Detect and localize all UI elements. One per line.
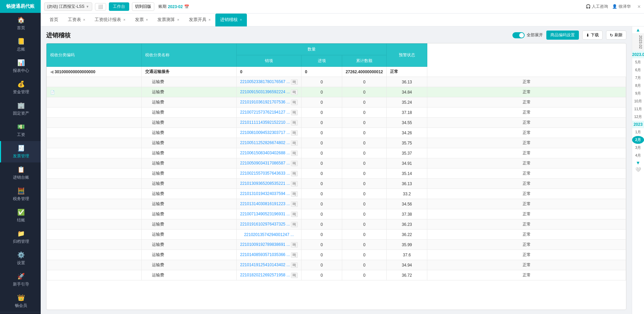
row-invoice[interactable]: 22100215570357643633 ... 吨 — [237, 169, 301, 179]
sidebar-item-guide[interactable]: 🚀新手引导 — [0, 269, 41, 291]
calendar-month-11月[interactable]: 11月 — [632, 105, 644, 113]
sidebar-item-settings[interactable]: ⚙️设置 — [0, 248, 41, 269]
row-cumulative: 37.18 — [387, 107, 427, 118]
tab-发票测算[interactable]: 发票测算× — [153, 14, 184, 26]
row-invoice[interactable]: 22100915031396592224 ... 吨 — [237, 87, 301, 97]
goods-setting-button[interactable]: 商品编码设置 — [546, 31, 579, 40]
row-status: 正常 — [427, 189, 626, 199]
workbench-button[interactable]: 工作台 — [109, 2, 129, 11]
year-2022-label: 2023.02 — [632, 33, 644, 51]
row-sale: 0 — [301, 158, 342, 169]
calendar-nav-down[interactable]: ▼ — [633, 159, 643, 166]
row-code — [47, 250, 142, 260]
row-invoice[interactable]: 22100713490523196931 ... 吨 — [237, 209, 301, 219]
sidebar-item-member[interactable]: 👑畅会员 — [0, 291, 41, 312]
sidebar-item-ledger[interactable]: 📒总账 — [0, 34, 41, 56]
row-name: 运输费 — [142, 219, 237, 230]
calendar-month-2月[interactable]: 2月 — [632, 136, 644, 144]
row-name: 运输费 — [142, 270, 237, 280]
row-purchase: 0 — [342, 260, 387, 270]
row-invoice[interactable]: 22100523381780176567 ... 吨 — [237, 77, 301, 87]
row-invoice[interactable]: 22101916102976437325 ... 吨 — [237, 219, 301, 230]
user-label[interactable]: 👤 徐泽华 — [612, 4, 630, 9]
sidebar-item-salary[interactable]: 💵工资 — [0, 120, 41, 141]
unpin-button[interactable]: ◀ 取消固定 — [0, 312, 41, 314]
refresh-button[interactable]: ↻ 刷新 — [606, 31, 626, 40]
row-invoice[interactable]: 22101820212692571958 ... 吨 — [237, 270, 301, 280]
tab-发票[interactable]: 发票× — [130, 14, 153, 26]
sidebar-item-report[interactable]: 📊报表中心 — [0, 56, 41, 77]
toggle-all-switch[interactable] — [512, 32, 525, 38]
switch-version-button[interactable]: 切到旧版 — [132, 2, 154, 11]
row-purchase: 0 — [342, 270, 387, 280]
tab-工资统计报表[interactable]: 工资统计报表× — [90, 14, 130, 26]
tab-close-icon[interactable]: × — [83, 18, 85, 22]
sidebar-item-invoice[interactable]: 🧾发票管理 — [0, 141, 41, 162]
calendar-month-3月[interactable]: 3月 — [632, 144, 644, 152]
row-invoice[interactable]: 22101408593571035366 ... 吨 — [237, 250, 301, 260]
row-invoice[interactable]: 22101309365208535221 ... 吨 — [237, 179, 301, 189]
star-icon[interactable]: 🤍 — [633, 166, 643, 173]
calendar-month-10月[interactable]: 10月 — [632, 97, 644, 105]
row-invoice[interactable]: 22100511252826674802 ... 吨 — [237, 138, 301, 148]
copy-button[interactable]: ⬜ — [95, 3, 106, 11]
row-invoice[interactable]: 22100615083403402688 ... 吨 — [237, 148, 301, 158]
calendar-month-6月[interactable]: 6月 — [632, 66, 644, 74]
close-icon[interactable]: × — [638, 4, 641, 10]
calendar-month-8月[interactable]: 8月 — [632, 82, 644, 90]
row-cumulative: 36.23 — [387, 219, 427, 230]
calendar-month-4月[interactable]: 4月 — [632, 152, 644, 159]
tab-发票开具[interactable]: 发票开具× — [184, 14, 215, 26]
sidebar-item-home[interactable]: 🏠首页 — [0, 13, 41, 34]
sidebar-item-tax[interactable]: 🧮税务管理 — [0, 184, 41, 205]
tab-close-icon[interactable]: × — [146, 18, 148, 22]
table-row: 📄 运输费 22100915031396592224 ... 吨 0 0 34.… — [47, 87, 626, 97]
sidebar-item-sales-ledger[interactable]: 📋进销台账 — [0, 162, 41, 184]
app-logo: 畅捷通易代账 — [0, 0, 41, 13]
row-invoice[interactable]: 22101310194324037594 ... 吨 — [237, 189, 301, 199]
calendar-nav-up[interactable]: ▲ — [633, 26, 643, 33]
row-status: 正常 — [427, 209, 626, 219]
sidebar-item-settlement[interactable]: ✅结账 — [0, 205, 41, 227]
tab-close-icon[interactable]: × — [123, 18, 125, 22]
row-purchase: 0 — [342, 107, 387, 118]
tab-close-icon[interactable]: × — [240, 18, 242, 22]
row-invoice[interactable]: 22100509034317086587 ... 吨 — [237, 158, 301, 169]
tab-close-icon[interactable]: × — [177, 18, 179, 22]
row-sale: 0 — [301, 87, 342, 97]
calendar-month-5月[interactable]: 5月 — [632, 58, 644, 66]
row-purchase: 0 — [342, 199, 387, 209]
row-cumulative: 34.84 — [387, 87, 427, 97]
sidebar-item-funds[interactable]: 💰资金管理 — [0, 77, 41, 98]
unit-tag: 吨 — [291, 273, 298, 278]
table-row: 运输费 22101910361921707536 ... 吨 0 0 35.24… — [47, 97, 626, 107]
row-invoice[interactable]: 22101419125410143402 ... 吨 — [237, 260, 301, 270]
row-invoice[interactable]: 22101910361921707536 ... 吨 — [237, 97, 301, 107]
sidebar-item-fixed-assets[interactable]: 🏢固定资产 — [0, 98, 41, 120]
download-button[interactable]: ⬇ 下载 — [582, 31, 603, 40]
row-invoice[interactable]: 22100721573762194127 ... 吨 — [237, 107, 301, 118]
table-row: 运输费 22101408593571035366 ... 吨 0 0 37.6 … — [47, 250, 626, 260]
sidebar-item-archive[interactable]: 📁归档管理 — [0, 227, 41, 248]
calendar-icon[interactable]: 📅 — [184, 4, 189, 9]
calendar-month-1月[interactable]: 1月 — [632, 128, 644, 136]
user-icon: 👤 — [612, 4, 617, 9]
tab-close-icon[interactable]: × — [209, 18, 211, 22]
calendar-month-12月[interactable]: 12月 — [632, 113, 644, 121]
row-invoice[interactable]: 22101111143592152210 ... 吨 — [237, 118, 301, 128]
row-invoice[interactable]: 22102013574294001247 ... — [237, 230, 301, 240]
row-invoice[interactable]: 22101314030816191223 ... 吨 — [237, 199, 301, 209]
calendar-month-7月[interactable]: 7月 — [632, 74, 644, 82]
tab-工资表[interactable]: 工资表× — [63, 14, 90, 26]
calendar-month-9月[interactable]: 9月 — [632, 90, 644, 97]
group-purchase: 0 — [301, 67, 342, 77]
support-label[interactable]: 🎧 人工咨询 — [586, 4, 608, 9]
row-invoice[interactable]: 22100810094532303717 ... 吨 — [237, 128, 301, 138]
table-row: 运输费 22101820212692571958 ... 吨 0 0 36.72… — [47, 270, 626, 280]
unit-tag: 吨 — [291, 100, 298, 105]
company-selector[interactable]: (勿动) 江西报宝-LSS ▼ — [44, 2, 92, 11]
tab-进销稽核[interactable]: 进销稽核× — [215, 14, 247, 26]
tab-首页[interactable]: 首页 — [45, 14, 63, 26]
row-invoice[interactable]: 22101009192789838691 ... 吨 — [237, 240, 301, 250]
group-status: 正常 — [387, 67, 427, 77]
